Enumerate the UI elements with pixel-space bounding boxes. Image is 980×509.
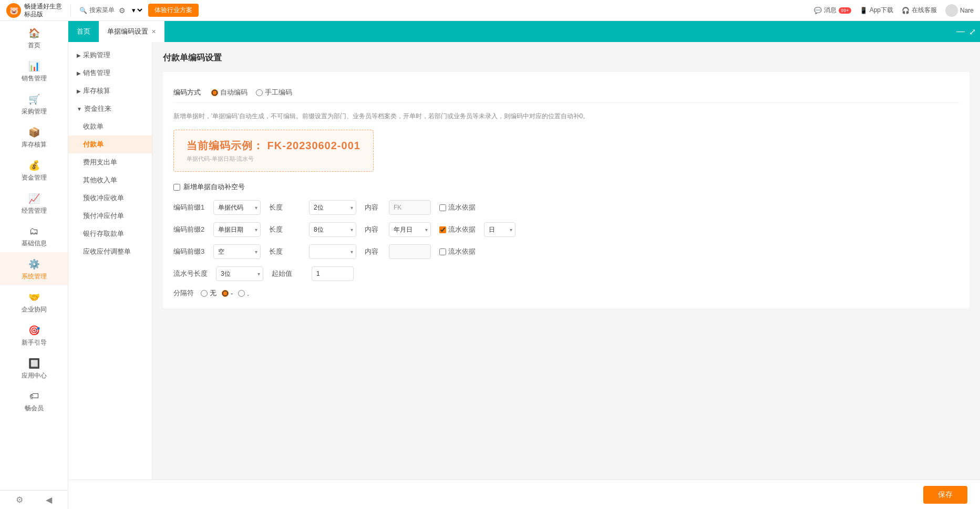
- separator-row: 分隔符 无 - .: [173, 288, 959, 298]
- sidebar-collapse-button[interactable]: ◀: [46, 495, 52, 505]
- prefix1-length-select[interactable]: 2位: [309, 200, 356, 215]
- sec-menu-sales[interactable]: ▶ 销售管理: [68, 64, 152, 82]
- sidebar-settings-button[interactable]: ⚙: [16, 495, 23, 505]
- purchase-icon: 🛒: [28, 94, 40, 105]
- sec-menu-receipt[interactable]: 收款单: [68, 118, 152, 136]
- settings-button[interactable]: ⚙: [119, 6, 126, 15]
- prefix3-serial-label[interactable]: 流水依据: [439, 247, 476, 256]
- sidebar-item-label: 资金管理: [22, 173, 47, 182]
- newbie-icon: 🎯: [28, 325, 40, 336]
- prefix1-content-input[interactable]: [389, 200, 431, 215]
- start-value-input[interactable]: [312, 266, 354, 281]
- nav-maximize-button[interactable]: ⤢: [969, 27, 976, 37]
- tab-serial-settings[interactable]: 单据编码设置 ✕: [99, 21, 164, 42]
- sidebar-item-enterprise[interactable]: 🤝 企业协同: [0, 285, 68, 318]
- sec-menu-ap-ar-adjust[interactable]: 应收应付调整单: [68, 243, 152, 261]
- prefix2-length-select[interactable]: 8位: [309, 222, 356, 237]
- brand-icon: 🐷: [6, 3, 21, 18]
- sep-none-option[interactable]: 无: [201, 288, 216, 298]
- sidebar-item-sales[interactable]: 📊 销售管理: [0, 54, 68, 87]
- sidebar-item-membership[interactable]: 🏷 畅会员: [0, 385, 68, 417]
- nav-tabs: 首页 单据编码设置 ✕ — ⤢: [68, 21, 980, 42]
- sidebar-item-inventory[interactable]: 📦 库存核算: [0, 120, 68, 153]
- sep-dot-option[interactable]: .: [238, 289, 249, 297]
- info-text: 新增单据时，'单据编码'自动生成，不可编辑。前缀设置为部门、业务员等档案类，开单…: [173, 111, 959, 121]
- search-menu[interactable]: 🔍 搜索菜单: [79, 6, 115, 15]
- sidebar-item-label: 基础信息: [22, 239, 47, 248]
- avatar: [945, 4, 958, 17]
- tab-home-label: 首页: [77, 27, 90, 36]
- prefix2-length-label: 长度: [269, 225, 301, 234]
- prefix3-length-select[interactable]: [309, 244, 356, 259]
- sec-menu-bank-deposit[interactable]: 银行存取款单: [68, 225, 152, 243]
- manual-code-radio[interactable]: [256, 89, 263, 96]
- prefix2-select[interactable]: 单据日期: [213, 222, 261, 237]
- sep-dash-radio[interactable]: [222, 290, 229, 297]
- prefix1-select[interactable]: 单据代码: [213, 200, 261, 215]
- sec-menu-other-income[interactable]: 其他收入单: [68, 171, 152, 189]
- nav-minimize-button[interactable]: —: [956, 27, 965, 36]
- sidebar-item-basic[interactable]: 🗂 基础信息: [0, 220, 68, 252]
- sec-menu-expense[interactable]: 费用支出单: [68, 153, 152, 171]
- sec-menu-prepay-receivable[interactable]: 预收冲应收单: [68, 189, 152, 207]
- sec-menu-capital[interactable]: ▼ 资金往来: [68, 100, 152, 118]
- page-title: 付款单编码设置: [163, 53, 969, 64]
- finance-icon: 💰: [28, 160, 40, 171]
- sales-icon: 📊: [28, 60, 40, 72]
- search-icon: 🔍: [79, 7, 87, 14]
- system-icon: ⚙️: [28, 258, 40, 270]
- sec-menu-payment[interactable]: 付款单: [68, 136, 152, 153]
- prefix3-content-input[interactable]: [389, 244, 431, 259]
- tab-home[interactable]: 首页: [68, 21, 99, 42]
- save-button[interactable]: 保存: [923, 486, 967, 504]
- auto-code-radio[interactable]: [211, 89, 218, 96]
- prefix2-serial-unit-select[interactable]: 日 月 年: [484, 222, 515, 237]
- sidebar-item-home[interactable]: 🏠 首页: [0, 21, 68, 54]
- user-profile[interactable]: Nare: [945, 4, 974, 17]
- prefix2-content-select[interactable]: 年月日: [389, 222, 431, 237]
- sec-menu-prepay-payable[interactable]: 预付冲应付单: [68, 207, 152, 225]
- prefix1-serial-checkbox[interactable]: [439, 204, 446, 211]
- sidebar-item-label: 应用中心: [22, 371, 47, 380]
- tab-close-icon[interactable]: ✕: [151, 28, 156, 35]
- prefix3-row: 编码前缀3 空 长度 内容: [173, 244, 959, 259]
- prefix2-content-wrapper: 年月日: [389, 222, 431, 237]
- sep-dot-radio[interactable]: [238, 290, 245, 297]
- sidebar-item-system[interactable]: ⚙️ 系统管理: [0, 252, 68, 285]
- app-layout: 🏠 首页 📊 销售管理 🛒 采购管理 📦 库存核算 💰 资金管理 📈 经营管理 …: [0, 21, 980, 509]
- tab-serial-settings-label: 单据编码设置: [107, 27, 148, 36]
- prefix1-content-label: 内容: [365, 203, 380, 212]
- prefix1-serial-label[interactable]: 流水依据: [439, 203, 476, 212]
- content-area: ▶ 采购管理 ▶ 销售管理 ▶ 库存核算 ▼ 资金往来 收款单 付款单 费用支出…: [68, 42, 980, 509]
- sidebar-item-operations[interactable]: 📈 经营管理: [0, 186, 68, 220]
- sidebar-item-finance[interactable]: 💰 资金管理: [0, 153, 68, 186]
- dropdown-select[interactable]: ▾: [130, 6, 144, 15]
- sidebar-item-purchase[interactable]: 🛒 采购管理: [0, 87, 68, 120]
- auto-code-option[interactable]: 自动编码: [211, 88, 247, 97]
- top-bar: 🐷 畅捷通好生意 标品版 🔍 搜索菜单 ⚙ ▾ 体验行业方案 💬 消息 99+ …: [0, 0, 980, 21]
- sec-menu-inventory-calc[interactable]: ▶ 库存核算: [68, 82, 152, 100]
- prefix2-serial-label[interactable]: 流水依据: [439, 225, 476, 234]
- inventory-icon: 📦: [28, 127, 40, 138]
- main-panel: 付款单编码设置 编码方式 自动编码 手工编码: [152, 42, 980, 509]
- messages-button[interactable]: 💬 消息 99+: [814, 6, 851, 15]
- serial-length-select[interactable]: 3位 4位 5位: [216, 266, 263, 281]
- trial-button[interactable]: 体验行业方案: [148, 4, 199, 17]
- prefix3-select[interactable]: 空: [213, 244, 261, 259]
- online-support-button[interactable]: 🎧 在线客服: [902, 6, 937, 15]
- prefix2-length-wrapper: 8位: [309, 222, 356, 237]
- sec-menu-purchase[interactable]: ▶ 采购管理: [68, 46, 152, 64]
- separator-radio-group: 无 - .: [201, 288, 249, 298]
- sidebar-item-newbie[interactable]: 🎯 新手引导: [0, 318, 68, 351]
- prefix2-serial-checkbox[interactable]: [439, 226, 446, 233]
- manual-code-option[interactable]: 手工编码: [256, 88, 292, 97]
- prefix2-row: 编码前缀2 单据日期 长度 8位 内容: [173, 222, 959, 237]
- sep-none-radio[interactable]: [201, 290, 208, 297]
- sep-dash-option[interactable]: -: [222, 289, 233, 297]
- sidebar-item-appstore[interactable]: 🔲 应用中心: [0, 351, 68, 385]
- auto-fill-checkbox[interactable]: [173, 184, 180, 191]
- prefix3-serial-checkbox[interactable]: [439, 248, 446, 255]
- membership-icon: 🏷: [29, 391, 39, 402]
- app-download-button[interactable]: 📱 App下载: [860, 6, 893, 15]
- collapse-icon: ▼: [77, 106, 82, 112]
